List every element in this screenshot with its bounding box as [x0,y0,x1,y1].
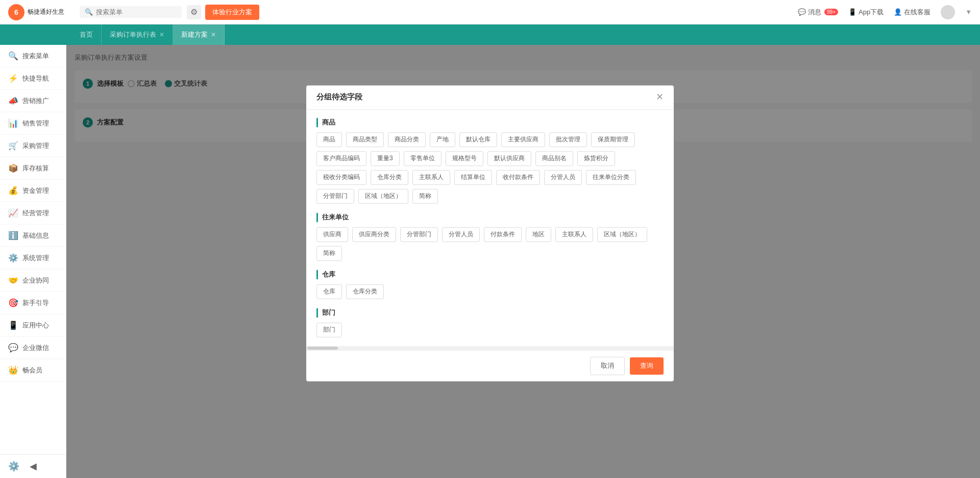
field-tag[interactable]: 默认仓库 [459,132,497,147]
enterprise-wechat-icon: 💬 [8,343,18,353]
field-tag[interactable]: 商品别名 [535,151,573,166]
field-tag[interactable]: 往来单位分类 [586,170,636,185]
user-avatar[interactable] [941,5,955,19]
tab-new-plan-close[interactable]: ✕ [211,31,216,38]
sidebar-item-inventory[interactable]: 📦 库存核算 [0,157,66,180]
field-tag[interactable]: 商品类型 [346,132,384,147]
sidebar-item-basic-info[interactable]: ℹ️ 基础信息 [0,224,66,247]
sidebar: 🔍 搜索菜单 ⚡ 快捷导航 📣 营销推广 📊 销售管理 🛒 采购管理 📦 库存核… [0,45,66,478]
experience-plan-button[interactable]: 体验行业方案 [205,5,259,20]
sidebar-item-finance[interactable]: 💰 资金管理 [0,180,66,202]
fields-grid-goods: 商品商品类型商品分类产地默认仓库主要供应商批次管理保质期管理客户商品编码重量3零… [316,132,664,204]
cancel-button[interactable]: 取消 [590,357,625,375]
sidebar-item-enterprise-wechat[interactable]: 💬 企业微信 [0,337,66,359]
modal-body[interactable]: 商品商品商品类型商品分类产地默认仓库主要供应商批次管理保质期管理客户商品编码重量… [306,110,674,346]
field-selection-modal: 分组待选字段 ✕ 商品商品商品类型商品分类产地默认仓库主要供应商批次管理保质期管… [306,85,674,381]
field-tag[interactable]: 分管部门 [316,189,354,204]
field-tag[interactable]: 批次管理 [549,132,587,147]
field-tag[interactable]: 仓库分类 [371,170,408,185]
field-tag[interactable]: 主联系人 [412,170,450,185]
sidebar-item-quick-nav[interactable]: ⚡ 快捷导航 [0,67,66,90]
field-tag[interactable]: 仓库 [316,284,342,299]
fields-grid-partner: 供应商供应商分类分管部门分管人员付款条件地区主联系人区域（地区）简称 [316,227,664,261]
modal-horizontal-scrollbar[interactable] [306,346,674,350]
field-tag[interactable]: 地区 [526,227,551,242]
logo-area: 6 畅捷通好生意 [8,4,69,20]
sidebar-settings-button[interactable]: ⚙️ [8,461,19,472]
field-tag[interactable]: 分管人员 [544,170,582,185]
settings-gear-button[interactable]: ⚙ [187,5,201,19]
confirm-button[interactable]: 查询 [630,357,664,374]
sidebar-bottom: ⚙️ ◀ [0,454,66,478]
tab-new-plan[interactable]: 新建方案 ✕ [173,24,225,45]
field-tag[interactable]: 区域（地区） [358,189,408,204]
tab-purchase-order-close[interactable]: ✕ [159,31,164,38]
sidebar-item-operations[interactable]: 📈 经营管理 [0,202,66,224]
field-tag[interactable]: 商品 [316,132,342,147]
sidebar-collapse-button[interactable]: ◀ [30,461,37,472]
tab-home[interactable]: 首页 [71,24,102,45]
field-tag[interactable]: 重量3 [371,151,400,166]
field-tag[interactable]: 规格型号 [446,151,483,166]
field-tag[interactable]: 产地 [430,132,455,147]
field-tag[interactable]: 默认供应商 [487,151,531,166]
online-service-button[interactable]: 👤 在线客服 [894,8,930,17]
app-download-button[interactable]: 📱 App下载 [848,8,884,17]
user-dropdown-icon[interactable]: ▼ [965,8,972,16]
service-icon: 👤 [894,8,902,16]
field-tag[interactable]: 炼货积分 [577,151,615,166]
field-tag[interactable]: 结算单位 [454,170,492,185]
field-tag[interactable]: 区域（地区） [597,227,647,242]
fields-grid-warehouse: 仓库仓库分类 [316,284,664,299]
field-tag[interactable]: 客户商品编码 [316,151,366,166]
sidebar-label-member: 畅会员 [22,366,42,375]
field-tag[interactable]: 分管人员 [442,227,480,242]
field-tag[interactable]: 分管部门 [400,227,438,242]
top-actions: ⚙ 体验行业方案 [187,5,259,20]
sidebar-item-purchase[interactable]: 🛒 采购管理 [0,135,66,157]
sidebar-item-guide[interactable]: 🎯 新手引导 [0,292,66,314]
field-tag[interactable]: 收付款条件 [496,170,540,185]
field-tag[interactable]: 部门 [316,322,342,337]
sidebar-item-member[interactable]: 👑 畅会员 [0,359,66,382]
field-tag[interactable]: 简称 [316,246,342,261]
field-tag[interactable]: 税收分类编码 [316,170,366,185]
field-tag[interactable]: 供应商 [316,227,348,242]
field-tag[interactable]: 简称 [412,189,438,204]
sidebar-item-sales[interactable]: 📊 销售管理 [0,112,66,135]
sidebar-label-app-center: 应用中心 [22,321,49,330]
section-title-goods: 商品 [316,118,664,127]
message-label: 消息 [808,8,821,17]
message-button[interactable]: 💬 消息 99+ [798,8,838,17]
sidebar-item-search[interactable]: 🔍 搜索菜单 [0,45,66,67]
search-bar[interactable]: 🔍 [80,6,182,18]
field-section-department: 部门部门 [316,308,664,337]
sales-icon: 📊 [8,118,18,128]
app-logo-icon: 6 [8,4,24,20]
sidebar-item-marketing[interactable]: 📣 营销推广 [0,90,66,112]
field-tag[interactable]: 主要供应商 [501,132,545,147]
field-tag[interactable]: 仓库分类 [346,284,384,299]
search-input[interactable] [96,8,167,16]
field-tag[interactable]: 保质期管理 [591,132,635,147]
section-title-department: 部门 [316,308,664,317]
field-tag[interactable]: 零售单位 [404,151,442,166]
member-icon: 👑 [8,365,18,375]
sidebar-label-inventory: 库存核算 [22,164,49,173]
search-icon: 🔍 [85,8,93,16]
section-title-partner: 往来单位 [316,213,664,222]
sidebar-item-enterprise[interactable]: 🤝 企业协同 [0,269,66,292]
tab-purchase-order[interactable]: 采购订单执行表 ✕ [102,24,173,45]
sidebar-item-system[interactable]: ⚙️ 系统管理 [0,247,66,269]
modal-title: 分组待选字段 [316,92,362,102]
sidebar-label-purchase: 采购管理 [22,141,49,150]
sidebar-label-finance: 资金管理 [22,186,49,195]
sidebar-label-guide: 新手引导 [22,298,49,308]
field-tag[interactable]: 商品分类 [388,132,426,147]
sidebar-label-enterprise-wechat: 企业微信 [22,343,49,353]
field-tag[interactable]: 付款条件 [484,227,522,242]
field-tag[interactable]: 供应商分类 [352,227,396,242]
modal-close-button[interactable]: ✕ [656,92,664,102]
sidebar-item-app-center[interactable]: 📱 应用中心 [0,314,66,337]
field-tag[interactable]: 主联系人 [555,227,593,242]
